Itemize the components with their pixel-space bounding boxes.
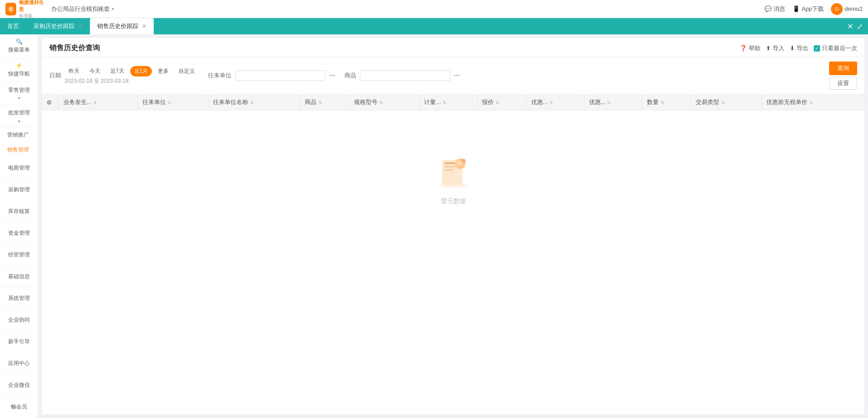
search-icon: 🔍 — [16, 38, 23, 45]
sort-icon: ⇅ — [318, 100, 322, 105]
sidebar-item-operations[interactable]: 经营管理 — [0, 244, 38, 266]
th-quantity[interactable]: 数量 ⇅ — [642, 95, 691, 110]
tab-home[interactable]: 首页 — [0, 18, 26, 34]
date-filter-group: 日期 昨天 今天 近7天 近1月 更多 自定义 2023-02-18 至 202… — [49, 66, 199, 85]
tab-bar-actions: ✕ ⤢ — [847, 22, 868, 31]
main-layout: 🔍 搜索菜单 ⚡ 快捷导航 零售管理 ▾ 批发管理 ▴ 营销推广 销售管理 电商… — [0, 34, 868, 418]
th-pre-discount-price[interactable]: 优惠前无税单价 ⇅ — [761, 95, 864, 110]
import-button[interactable]: ⬆ 导入 — [766, 44, 784, 52]
download-icon: 📱 — [793, 5, 800, 12]
sidebar-item-sales-mgmt[interactable]: 销售管理 — [0, 142, 38, 157]
date-filter-label: 日期 — [49, 71, 61, 80]
tab-close-purchase[interactable]: ✕ — [78, 23, 83, 29]
message-button[interactable]: 💬 消息 — [764, 5, 785, 13]
date-range-text: 2023-02-18 至 2023-03-18 — [65, 77, 199, 85]
sort-icon: ⇅ — [549, 100, 553, 105]
help-icon: ❓ — [740, 45, 747, 52]
th-unit[interactable]: 计量... ⇅ — [420, 95, 477, 110]
settings-button[interactable]: 设置 — [829, 77, 857, 90]
close-window-icon[interactable]: ✕ — [847, 22, 853, 31]
sidebar-item-collab[interactable]: 企业协同 — [0, 309, 38, 331]
sidebar-item-member[interactable]: 畅会员 — [0, 396, 38, 418]
sidebar-item-purchase[interactable]: 采购管理 — [0, 179, 38, 201]
sort-icon: ⇅ — [443, 100, 446, 105]
sidebar-item-system[interactable]: 系统管理 — [0, 288, 38, 309]
app-selector-label: 办公用品行业模拟账套 — [51, 5, 110, 13]
tab-sales-history[interactable]: 销售历史价跟踪 ✕ — [90, 18, 154, 34]
last-only-checkbox-area[interactable]: ✓ 只看最后一次 — [814, 44, 857, 52]
sort-icon: ⇅ — [660, 100, 664, 105]
counterparty-label: 往来单位 — [208, 71, 231, 80]
date-7days-btn[interactable]: 近7天 — [106, 66, 128, 76]
sort-icon: ⇅ — [809, 100, 813, 105]
th-product[interactable]: 商品 ⇅ — [300, 95, 349, 110]
date-1month-btn[interactable]: 近1月 — [130, 66, 152, 76]
th-counterparty-code[interactable]: 往来单位 ⇅ — [138, 95, 208, 110]
data-table: ⚙ 业务发生... ⇅ 往来单位 — [42, 95, 864, 110]
th-discount1[interactable]: 优惠... ⇅ — [526, 95, 584, 110]
tab-purchase-history[interactable]: 采购历史价跟踪 ✕ — [26, 18, 90, 34]
page-title: 销售历史价查询 — [49, 43, 100, 53]
export-icon: ⬇ — [790, 45, 795, 52]
sidebar-item-wechat[interactable]: 企业微信 — [0, 375, 38, 396]
page-actions: ❓ 帮助 ⬆ 导入 ⬇ 导出 ✓ 只看最后一次 — [740, 44, 857, 52]
th-counterparty-name[interactable]: 往来单位名称 ⇅ — [208, 95, 300, 110]
date-yesterday-btn[interactable]: 昨天 — [65, 66, 84, 76]
sort-icon: ⇅ — [607, 100, 611, 105]
th-price[interactable]: 报价 ⇅ — [477, 95, 526, 110]
sidebar-item-marketing[interactable]: 营销推广 — [0, 128, 38, 142]
export-button[interactable]: ⬇ 导出 — [790, 44, 808, 52]
content-area: 销售历史价查询 ❓ 帮助 ⬆ 导入 ⬇ 导出 ✓ — [38, 34, 868, 418]
date-today-btn[interactable]: 今天 — [85, 66, 104, 76]
svg-rect-6 — [444, 169, 453, 171]
help-button[interactable]: ❓ 帮助 — [740, 44, 760, 52]
sidebar-item-wholesale[interactable]: 批发管理 ▴ — [0, 105, 38, 128]
query-button[interactable]: 查询 — [829, 62, 857, 75]
sidebar-item-guide[interactable]: 新手引导 — [0, 331, 38, 353]
date-more-btn[interactable]: 更多 — [154, 66, 173, 76]
product-input[interactable] — [360, 70, 450, 81]
app-download-button[interactable]: 📱 App下载 — [793, 5, 824, 13]
tab-bar: 首页 采购历史价跟踪 ✕ 销售历史价跟踪 ✕ ✕ ⤢ — [0, 18, 868, 34]
sidebar-item-retail[interactable]: 零售管理 ▾ — [0, 82, 38, 105]
svg-rect-5 — [444, 166, 456, 167]
product-dots[interactable]: ··· — [454, 71, 460, 80]
th-trade-type[interactable]: 交易类型 ⇅ — [691, 95, 761, 110]
empty-illustration — [431, 147, 476, 192]
counterparty-dots[interactable]: ··· — [329, 71, 335, 80]
product-filter-group: 商品 ··· — [344, 70, 460, 81]
th-discount2[interactable]: 优惠... ⇅ — [584, 95, 642, 110]
th-spec[interactable]: 规格型号 ⇅ — [349, 95, 420, 110]
sidebar-item-shortcut[interactable]: ⚡ 快捷导航 — [0, 58, 38, 82]
sort-icon: ⇅ — [250, 100, 254, 105]
th-biz-date[interactable]: 业务发生... ⇅ — [58, 95, 138, 110]
counterparty-input[interactable] — [235, 70, 326, 81]
sort-icon: ⇅ — [168, 100, 171, 105]
th-settings[interactable]: ⚙ — [42, 95, 58, 110]
date-custom-btn[interactable]: 自定义 — [175, 66, 199, 76]
sidebar-item-inventory[interactable]: 库存核算 — [0, 201, 38, 223]
header-right: 💬 消息 📱 App下载 D demo2 — [764, 3, 863, 15]
sidebar-item-ecommerce[interactable]: 电商管理 — [0, 157, 38, 179]
message-icon: 💬 — [764, 5, 772, 12]
sidebar-item-finance[interactable]: 资金管理 — [0, 223, 38, 244]
empty-state: 暂元数据 — [42, 110, 864, 242]
date-buttons: 昨天 今天 近7天 近1月 更多 自定义 — [65, 66, 199, 76]
logo-area: 6 畅捷通好生意 标准版 — [5, 0, 44, 19]
tab-close-sales[interactable]: ✕ — [142, 23, 146, 29]
empty-text: 暂元数据 — [441, 197, 466, 205]
user-menu-button[interactable]: D demo2 — [831, 3, 863, 15]
sidebar-item-base-info[interactable]: 基础信息 — [0, 266, 38, 288]
app-selector[interactable]: 办公用品行业模拟账套 ▾ — [47, 3, 118, 15]
sidebar-item-apps[interactable]: 应用中心 — [0, 353, 38, 375]
logo-text: 畅捷通好生意 标准版 — [19, 0, 44, 19]
maximize-icon[interactable]: ⤢ — [857, 22, 863, 31]
shortcut-icon: ⚡ — [16, 62, 23, 69]
svg-text:6: 6 — [9, 7, 12, 12]
gear-icon: ⚙ — [47, 99, 52, 106]
chevron-down-icon: ▾ — [18, 95, 20, 100]
import-icon: ⬆ — [766, 45, 771, 52]
sort-icon: ⇅ — [495, 100, 499, 105]
product-label: 商品 — [344, 71, 356, 80]
sidebar-item-search[interactable]: 🔍 搜索菜单 — [0, 34, 38, 58]
